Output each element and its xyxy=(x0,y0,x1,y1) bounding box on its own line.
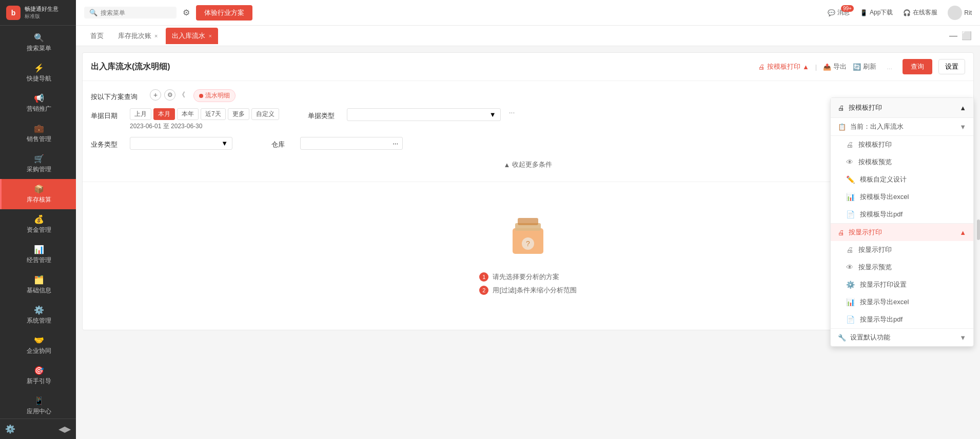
empty-step-2: 2 用[过滤]条件来缩小分析范围 xyxy=(479,286,576,295)
message-button[interactable]: 💬 消息 99+ xyxy=(828,8,850,17)
export-button[interactable]: 📤 导出 xyxy=(823,62,847,71)
tab-minimize-button[interactable]: — xyxy=(949,31,957,41)
online-service-button[interactable]: 🎧 在线客服 xyxy=(903,8,937,17)
scrollbar-thumb[interactable] xyxy=(977,220,980,240)
template-excel-item[interactable]: 📊 按模板导出excel xyxy=(831,188,973,206)
date-7days[interactable]: 近7天 xyxy=(201,108,226,120)
business-chevron-icon: ▼ xyxy=(221,139,228,147)
date-custom[interactable]: 自定义 xyxy=(251,108,279,120)
business-type-select[interactable]: ▼ xyxy=(130,137,232,150)
date-range-display: 2023-06-01 至 2023-06-30 xyxy=(130,122,279,131)
dropdown-header: 🖨 按模板打印 ▲ xyxy=(831,98,973,118)
content-area: 出入库流水(流水明细) 🖨 按模板打印 ▲ | 📤 导出 🔄 刷新 xyxy=(76,46,980,439)
refresh-icon: 🔄 xyxy=(853,63,861,71)
template-print-item[interactable]: 🖨 按模板打印 xyxy=(831,136,973,153)
empty-step-1: 1 请先选择要分析的方案 xyxy=(479,272,576,282)
sidebar-item-collab[interactable]: 🤝 企业协同 xyxy=(0,330,76,361)
chevron-down-icon: ▼ xyxy=(489,111,496,118)
sidebar-item-apps[interactable]: 📱 应用中心 xyxy=(0,391,76,418)
warehouse-select[interactable]: ··· xyxy=(300,137,403,150)
guide-icon: 🎯 xyxy=(34,366,44,375)
marketing-icon: 📢 xyxy=(34,93,44,103)
setting-button[interactable]: 设置 xyxy=(938,59,965,74)
flow-detail-tag[interactable]: 流水明细 xyxy=(193,89,236,102)
sidebar: b 畅捷通好生意 标准版 🔍 搜索菜单 ⚡ 快捷导航 📢 营销推广 💼 销售管理… xyxy=(0,0,76,439)
tab-flow-close[interactable]: × xyxy=(208,33,211,39)
settings-bottom-icon[interactable]: ⚙️ xyxy=(5,424,15,434)
empty-steps: 1 请先选择要分析的方案 2 用[过滤]条件来缩小分析范围 xyxy=(479,272,576,299)
business-type-label: 业务类型 xyxy=(91,137,122,149)
sidebar-item-operation[interactable]: 📊 经营管理 xyxy=(0,240,76,270)
search-icon: 🔍 xyxy=(89,9,97,16)
tab-inventory-batch[interactable]: 库存批次账 × xyxy=(112,28,164,44)
sidebar-item-base[interactable]: 🗂️ 基础信息 xyxy=(0,270,76,300)
sidebar-bottom: ⚙️ ◀▶ xyxy=(0,418,76,439)
search-input[interactable] xyxy=(101,9,162,16)
date-last-month[interactable]: 上月 xyxy=(130,108,151,120)
query-button[interactable]: 查询 xyxy=(903,59,932,74)
template-custom-item[interactable]: ✏️ 模板自定义设计 xyxy=(831,171,973,188)
trial-button[interactable]: 体验行业方案 xyxy=(196,5,252,21)
sidebar-item-quick-nav[interactable]: ⚡ 快捷导航 xyxy=(0,58,76,88)
sidebar-item-sales[interactable]: 💼 销售管理 xyxy=(0,118,76,149)
template-print-icon: 🖨 xyxy=(846,141,853,149)
sidebar-item-finance[interactable]: 💰 资金管理 xyxy=(0,209,76,240)
sidebar-item-guide[interactable]: 🎯 新手引导 xyxy=(0,361,76,391)
chevron-down-current-icon[interactable]: ▼ xyxy=(959,123,966,131)
display-excel-icon: 📊 xyxy=(846,298,855,306)
display-excel-item[interactable]: 📊 按显示导出excel xyxy=(831,293,973,311)
inventory-icon: 📦 xyxy=(34,184,44,194)
chevron-up-display-icon: ▲ xyxy=(959,229,966,236)
page-header: 出入库流水(流水明细) 🖨 按模板打印 ▲ | 📤 导出 🔄 刷新 xyxy=(83,53,973,81)
bill-type-select[interactable]: ▼ xyxy=(347,108,501,121)
sidebar-item-system[interactable]: ⚙️ 系统管理 xyxy=(0,300,76,330)
date-this-year[interactable]: 本年 xyxy=(177,108,199,120)
display-print-header[interactable]: 🖨 按显示打印 ▲ xyxy=(831,224,973,241)
tab-inventory-batch-close[interactable]: × xyxy=(154,33,158,39)
tab-home[interactable]: 首页 xyxy=(84,28,110,44)
chevron-up-panel-icon[interactable]: ▲ xyxy=(959,104,966,112)
tab-flow[interactable]: 出入库流水 × xyxy=(166,28,218,44)
printer-icon: 🖨 xyxy=(758,63,765,71)
user-avatar[interactable]: Rit xyxy=(948,6,972,20)
tabs-right-actions: — ⬜ xyxy=(949,31,972,41)
sidebar-item-inventory[interactable]: 📦 库存核算 xyxy=(0,179,76,209)
sales-icon: 💼 xyxy=(34,124,44,133)
app-download-button[interactable]: 📱 App下载 xyxy=(860,8,893,17)
sidebar-item-search[interactable]: 🔍 搜索菜单 xyxy=(0,28,76,58)
tab-maximize-button[interactable]: ⬜ xyxy=(962,31,972,41)
avatar-image xyxy=(948,6,962,20)
refresh-button[interactable]: 🔄 刷新 xyxy=(853,62,876,71)
bill-type-label: 单据类型 xyxy=(308,108,339,121)
template-pdf-item[interactable]: 📄 按模板导出pdf xyxy=(831,206,973,223)
display-print-setting-item[interactable]: ⚙️ 按显示打印设置 xyxy=(831,276,973,293)
sidebar-item-marketing[interactable]: 📢 营销推广 xyxy=(0,88,76,118)
display-print-item[interactable]: 🖨 按显示打印 xyxy=(831,241,973,258)
filter-collapse-arrow[interactable]: 《 xyxy=(179,90,185,99)
default-func-row[interactable]: 🔧 设置默认功能 ▼ xyxy=(831,329,973,346)
sidebar-nav: 🔍 搜索菜单 ⚡ 快捷导航 📢 营销推广 💼 销售管理 🛒 采购管理 📦 库存核… xyxy=(0,26,76,418)
date-this-month[interactable]: 本月 xyxy=(153,108,175,120)
system-icon: ⚙️ xyxy=(34,305,44,315)
display-pdf-item[interactable]: 📄 按显示导出pdf xyxy=(831,311,973,328)
sidebar-item-purchase[interactable]: 🛒 采购管理 xyxy=(0,149,76,179)
tabs-bar: 首页 库存批次账 × 出入库流水 × — ⬜ xyxy=(76,26,980,46)
gear-icon[interactable]: ⚙ xyxy=(183,8,190,17)
warehouse-more-icon: ··· xyxy=(393,139,398,147)
filter-actions: + ⚙ 《 xyxy=(150,89,185,101)
display-preview-item[interactable]: 👁 按显示预览 xyxy=(831,258,973,276)
current-template-row: 📋 当前：出入库流水 ▼ xyxy=(831,118,973,136)
date-more[interactable]: 更多 xyxy=(228,108,249,120)
default-func-icon: 🔧 xyxy=(838,334,846,342)
template-print-button[interactable]: 🖨 按模板打印 ▲ xyxy=(758,62,809,71)
bill-type-more-icon[interactable]: ··· xyxy=(509,108,515,116)
filter-by-label: 按以下方案查询 xyxy=(91,89,138,102)
search-box[interactable]: 🔍 xyxy=(84,7,177,18)
collapse-sidebar-icon[interactable]: ◀▶ xyxy=(58,424,71,434)
template-preview-item[interactable]: 👁 按模板预览 xyxy=(831,153,973,171)
app-logo-icon: b xyxy=(6,6,21,20)
chevron-up-icon: ▲ xyxy=(802,63,809,71)
filter-setting-button[interactable]: ⚙ xyxy=(164,89,175,101)
display-print-section: 🖨 按显示打印 ▲ 🖨 按显示打印 👁 按显示预览 ⚙️ 按显示打印设置 xyxy=(831,224,973,329)
filter-add-button[interactable]: + xyxy=(150,89,161,101)
